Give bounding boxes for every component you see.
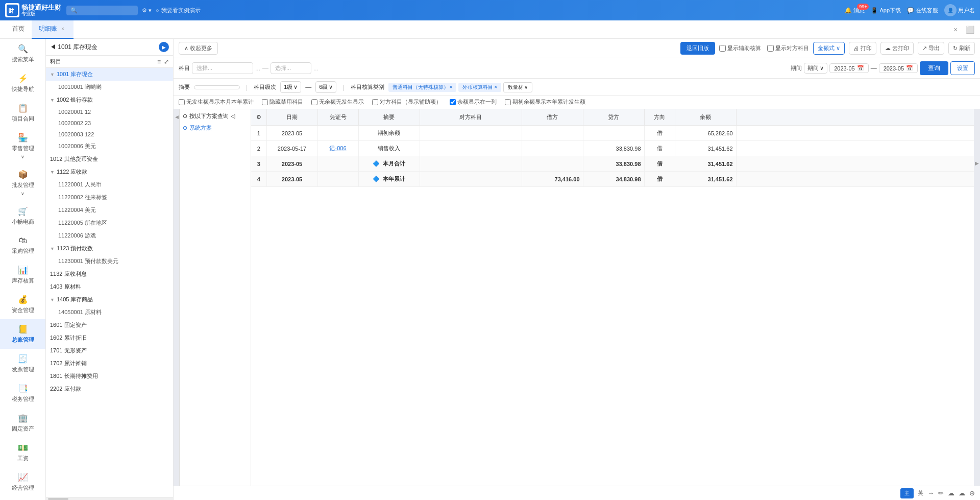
online-service-btn[interactable]: 💬 在线客服	[907, 7, 938, 14]
sidebar-item-inventory[interactable]: 📊 库存核算	[0, 260, 45, 290]
check-auxiliary[interactable]: 显示辅助核算	[719, 44, 761, 52]
td-voucher-2[interactable]: 记-006	[317, 141, 358, 156]
voucher-link-2[interactable]: 记-006	[329, 145, 346, 151]
level-to-select[interactable]: 6级 ∨	[315, 81, 336, 93]
tree-item-1122[interactable]: ▼ 1122 应收款	[46, 165, 173, 178]
opt-initial-balance[interactable]: 期初余额显示本年累计发生额	[505, 98, 585, 106]
notification-btn[interactable]: 🔔 消息 99+	[845, 7, 865, 14]
check-auxiliary-input[interactable]	[719, 45, 726, 52]
tab-close-btn[interactable]: ×	[59, 26, 66, 33]
tree-item-1132[interactable]: 1132 应收利息	[46, 268, 173, 280]
system-scheme-btn[interactable]: ⊙ 系统方案	[183, 124, 248, 132]
tree-item-1701[interactable]: 1701 无形资产	[46, 344, 173, 357]
category-tag-normal-close[interactable]: ×	[450, 84, 453, 90]
sidebar-item-invoice[interactable]: 🧾 发票管理	[0, 349, 45, 378]
category-tag-foreign[interactable]: 外币核算科目 ×	[458, 83, 501, 92]
opt-balance-col[interactable]: 余额显示在一列	[450, 98, 497, 106]
tab-close-all-btn[interactable]: ×	[950, 25, 961, 35]
opt-hide-disabled[interactable]: 隐藏禁用科目	[262, 98, 303, 106]
cloud-print-btn[interactable]: ☁ 云打印	[880, 42, 914, 55]
opt-no-balance-input[interactable]	[179, 99, 185, 105]
period-from-input[interactable]: 2023-05 📅	[829, 63, 868, 73]
tree-item-11230001[interactable]: 11230001 预付款数美元	[46, 255, 173, 268]
tab-restore-btn[interactable]: ⬜	[965, 25, 975, 35]
tree-item-1403[interactable]: 1403 原材料	[46, 280, 173, 293]
sidebar-item-ecommerce[interactable]: 🛒 小畅电商	[0, 201, 45, 231]
tree-item-11220001[interactable]: 11220001 人民币	[46, 178, 173, 191]
export-btn[interactable]: ↗ 导出	[918, 42, 944, 55]
search-bar[interactable]: 🔍	[66, 6, 138, 15]
refresh-btn[interactable]: ↻ 刷新	[948, 42, 975, 55]
query-collapse-panel[interactable]: ◀	[174, 109, 180, 486]
tree-item-11220006[interactable]: 11220006 游戏	[46, 229, 173, 242]
tree-item-1702[interactable]: 1702 累计摊销	[46, 357, 173, 370]
more-btn[interactable]: ∧ 收起更多	[179, 42, 218, 55]
arrow-right-icon[interactable]: →	[927, 489, 934, 497]
opt-no-occur-input[interactable]	[311, 99, 317, 105]
sidebar-item-contract[interactable]: 📋 项目合同	[0, 98, 45, 128]
tree-item-1123[interactable]: ▼ 1123 预付款数	[46, 242, 173, 255]
lang-en-label[interactable]: 英	[918, 489, 923, 497]
summary-input[interactable]	[194, 85, 240, 89]
subject-input-2[interactable]: 选择...	[271, 62, 311, 74]
user-avatar[interactable]: 👤 用户名	[944, 4, 975, 16]
print-btn[interactable]: 🖨 打印	[849, 42, 876, 55]
opt-balance-col-input[interactable]	[450, 99, 456, 105]
period-type-select[interactable]: 期间 ∨	[804, 63, 827, 74]
query-btn[interactable]: 查询	[920, 61, 948, 75]
opt-opposite-input[interactable]	[372, 99, 378, 105]
sidebar-item-wholesale[interactable]: 📦 批发管理 ∨	[0, 164, 45, 201]
right-collapse-panel[interactable]: ▶	[974, 109, 980, 486]
tree-item-1602[interactable]: 1602 累计折旧	[46, 331, 173, 344]
account-nav-arrow[interactable]: ▶	[159, 42, 169, 52]
tree-item-1801[interactable]: 1801 长期待摊费用	[46, 370, 173, 383]
sidebar-item-expense[interactable]: 💳 小畅报销	[0, 497, 45, 500]
opt-hide-disabled-input[interactable]	[262, 99, 268, 105]
app-download-btn[interactable]: 📱 App下载	[871, 7, 901, 14]
category-tag-foreign-close[interactable]: ×	[494, 84, 497, 90]
horizontal-scroll[interactable]	[46, 497, 173, 500]
plus-circle-icon[interactable]: ⊕	[969, 489, 975, 497]
demo-link[interactable]: ○ 我要看实例演示	[156, 7, 201, 14]
tree-item-10020001[interactable]: 10020001 12	[46, 106, 173, 117]
list-view-icon[interactable]: ≡	[157, 58, 161, 65]
sidebar-item-purchase[interactable]: 🛍 采购管理	[0, 231, 45, 260]
category-quantity-btn[interactable]: 数量材 ∨	[503, 82, 532, 92]
subject-input[interactable]: 选择...	[192, 62, 253, 74]
opt-no-balance[interactable]: 无发生额显示本月本年累计	[179, 98, 254, 106]
opt-opposite[interactable]: 对方科目（显示辅助项）	[372, 98, 442, 106]
tree-item-1001[interactable]: ▼ 1001 库存现金	[46, 68, 173, 81]
settings-btn[interactable]: 设置	[950, 61, 975, 75]
sidebar-item-quicknav[interactable]: ⚡ 快捷导航	[0, 68, 45, 98]
tab-ledger[interactable]: 明细账 ×	[32, 20, 74, 39]
return-btn[interactable]: 退回旧版	[680, 42, 715, 55]
opt-initial-balance-input[interactable]	[505, 99, 511, 105]
tree-item-1002[interactable]: ▼ 1002 银行存款	[46, 93, 173, 106]
tree-item-1012[interactable]: 1012 其他货币资金	[46, 153, 173, 165]
sidebar-item-assets[interactable]: 🏢 固定资产	[0, 408, 45, 438]
cloud-icon-1[interactable]: ☁	[948, 489, 954, 497]
tab-home[interactable]: 首页	[5, 20, 32, 39]
sidebar-item-management[interactable]: 📈 经营管理	[0, 467, 45, 497]
tree-item-10010001[interactable]: 10010001 哟哟哟	[46, 81, 173, 93]
tree-item-1601[interactable]: 1601 固定资产	[46, 319, 173, 331]
level-from-select[interactable]: 1级 ∨	[280, 81, 301, 93]
tree-item-2202[interactable]: 2202 应付款	[46, 383, 173, 395]
expand-icon[interactable]: ⤢	[164, 58, 169, 65]
period-to-input[interactable]: 2023-05 📅	[879, 63, 918, 73]
sidebar-item-fund[interactable]: 💰 资金管理	[0, 290, 45, 319]
sidebar-item-search[interactable]: 🔍 搜索菜单	[0, 39, 45, 68]
sidebar-item-salary[interactable]: 💵 工资	[0, 438, 45, 467]
tree-item-10020002[interactable]: 10020002 23	[46, 117, 173, 129]
th-settings[interactable]: ⚙	[251, 109, 266, 126]
sidebar-item-retail[interactable]: 🏪 零售管理 ∨	[0, 128, 45, 164]
tree-item-11220004[interactable]: 11220004 美元	[46, 204, 173, 217]
h-scroll-thumb[interactable]	[48, 498, 68, 500]
edit-icon[interactable]: ✏	[938, 489, 944, 497]
tree-item-1405[interactable]: ▼ 1405 库存商品	[46, 293, 173, 306]
category-tag-normal[interactable]: 普通科目（无特殊核算） ×	[388, 83, 457, 92]
sidebar-item-tax[interactable]: 📑 税务管理	[0, 378, 45, 408]
format-btn[interactable]: 金额式 ∨	[813, 42, 845, 55]
lang-switch-btn[interactable]: 主	[900, 488, 914, 498]
tree-item-10020003[interactable]: 10020003 122	[46, 129, 173, 140]
